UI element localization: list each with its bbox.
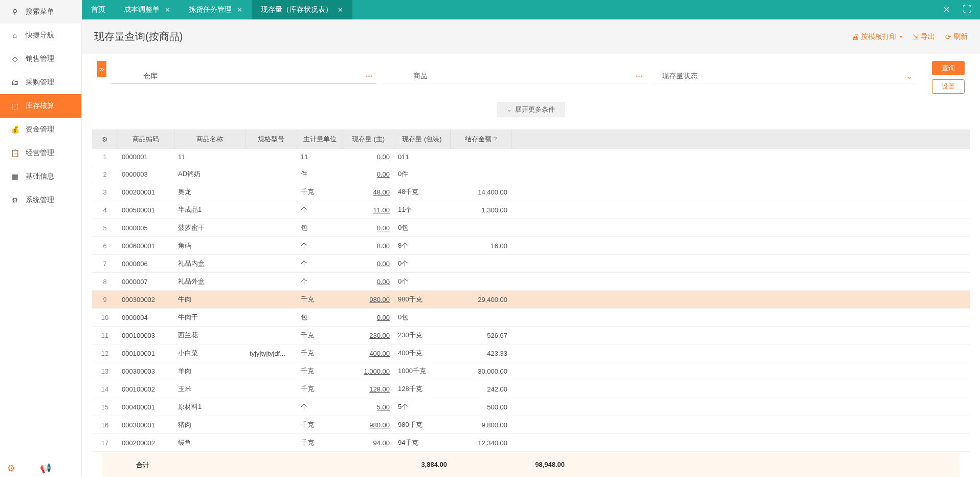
- table-row[interactable]: 16 000300001 猪肉 千克 980.00 980千克 9,800.00: [92, 416, 970, 434]
- table-row[interactable]: 9 000300002 牛肉 千克 980.00 980千克 29,400.00: [92, 291, 970, 309]
- gear-icon: ⚙: [102, 136, 108, 143]
- table-row[interactable]: 5 0000005 菠萝蜜干 包 0.00 0包: [92, 219, 970, 237]
- cell-code: 000400001: [118, 398, 174, 416]
- cell-qty[interactable]: 0.00: [343, 149, 394, 165]
- gear-icon[interactable]: ⚙: [7, 463, 15, 474]
- table-row[interactable]: 8 0000007 礼品外盒 个 0.00 0个: [92, 273, 970, 291]
- cell-qty[interactable]: 0.00: [343, 165, 394, 183]
- sidebar-item-search[interactable]: ⚲搜索菜单: [0, 0, 81, 24]
- fullscreen-icon[interactable]: ⛶: [960, 4, 975, 15]
- system-icon: ⚙: [10, 196, 19, 205]
- cell-qty[interactable]: 128.00: [343, 380, 394, 398]
- table-row[interactable]: 17 000200002 鳗鱼 千克 94.00 94千克 12,340.00: [92, 434, 970, 452]
- sidebar-item-inventory[interactable]: ⬚库存核算: [0, 94, 81, 118]
- sidebar-item-purchase[interactable]: 🗂采购管理: [0, 71, 81, 94]
- message-icon[interactable]: 📢: [40, 463, 51, 474]
- refresh-button[interactable]: ⟳ 刷新: [945, 32, 968, 41]
- table-row[interactable]: 4 000500001 半成品1 个 11.00 11个 1,300.00: [92, 201, 970, 219]
- settings-button[interactable]: 设置: [932, 79, 965, 94]
- cell-qty[interactable]: 5.00: [343, 398, 394, 416]
- cell-qty[interactable]: 980.00: [343, 416, 394, 434]
- cell-qty[interactable]: 400.00: [343, 344, 394, 362]
- print-button[interactable]: 🖨 按模板打印 ▾: [852, 32, 902, 41]
- tab-0[interactable]: 首页: [82, 0, 115, 19]
- product-field[interactable]: 商品 ⋯: [382, 72, 647, 83]
- warehouse-field[interactable]: 仓库 ⋯: [112, 72, 376, 83]
- tab-label: 拣货任务管理: [189, 5, 232, 14]
- status-input[interactable]: [708, 72, 902, 80]
- spec-column[interactable]: 规格型号: [246, 129, 297, 149]
- cell-qty[interactable]: 94.00: [343, 434, 394, 452]
- cell-qty[interactable]: 0.00: [343, 255, 394, 273]
- unit-column[interactable]: 主计量单位: [297, 129, 343, 149]
- chevron-down-icon[interactable]: ⌄: [902, 71, 917, 81]
- close-icon[interactable]: ✕: [165, 6, 170, 14]
- query-button[interactable]: 查询: [932, 61, 965, 75]
- cell-amount: 500.00: [450, 398, 511, 416]
- sidebar-item-basic[interactable]: ▦基础信息: [0, 165, 81, 188]
- cell-qty[interactable]: 0.00: [343, 219, 394, 237]
- table-row[interactable]: 12 000100001 小白菜 tyjyjtyjtyjdf... 千克 400…: [92, 344, 970, 362]
- table-row[interactable]: 3 000200001 奥龙 千克 48.00 48千克 14,400.00: [92, 183, 970, 201]
- product-picker-icon[interactable]: ⋯: [632, 72, 647, 80]
- close-icon[interactable]: ✕: [237, 6, 242, 14]
- cell-unit: 包: [297, 309, 343, 327]
- collapse-filter-button[interactable]: ≫: [97, 61, 106, 77]
- cell-qty[interactable]: 1,000.00: [343, 362, 394, 380]
- cell-code: 000600001: [118, 237, 174, 255]
- cell-code: 0000001: [118, 149, 174, 165]
- table-row[interactable]: 6 000600001 角码 个 8.00 8个 16.00: [92, 237, 970, 255]
- warehouse-picker-icon[interactable]: ⋯: [362, 72, 376, 80]
- cell-pkg: 0件: [394, 165, 450, 183]
- name-column[interactable]: 商品名称: [174, 129, 246, 149]
- row-index: 12: [92, 344, 118, 362]
- cell-spec: [246, 434, 297, 452]
- cell-unit: 千克: [297, 344, 343, 362]
- tab-2[interactable]: 拣货任务管理✕: [180, 0, 252, 19]
- cell-qty[interactable]: 230.00: [343, 327, 394, 344]
- tab-3[interactable]: 现存量（库存状况表）✕: [252, 0, 352, 19]
- table-row[interactable]: 2 0000003 AD钙奶 件 0.00 0件: [92, 165, 970, 183]
- warehouse-input[interactable]: [168, 72, 362, 80]
- row-index: 13: [92, 362, 118, 380]
- cell-qty[interactable]: 11.00: [343, 201, 394, 219]
- status-field[interactable]: 现存量状态 ⌄: [652, 71, 917, 83]
- sidebar-item-business[interactable]: 📋经营管理: [0, 141, 81, 165]
- cell-qty[interactable]: 48.00: [343, 183, 394, 201]
- table-row[interactable]: 7 0000006 礼品内盒 个 0.00 0个: [92, 255, 970, 273]
- row-index: 2: [92, 165, 118, 183]
- code-column[interactable]: 商品编码: [118, 129, 174, 149]
- product-input[interactable]: [438, 72, 632, 80]
- table-row[interactable]: 14 000100002 玉米 千克 128.00 128千克 242.00: [92, 380, 970, 398]
- sidebar-item-sale[interactable]: ◇销售管理: [0, 47, 81, 71]
- table-row[interactable]: 1 0000001 11 11 0.00 011: [92, 149, 970, 165]
- tab-1[interactable]: 成本调整单✕: [115, 0, 180, 19]
- table-row[interactable]: 13 000300003 羊肉 千克 1,000.00 1000千克 30,00…: [92, 362, 970, 380]
- qty-column[interactable]: 现存量 (主): [343, 129, 394, 149]
- amount-column[interactable]: 结存金额 ?: [450, 129, 511, 149]
- pkg-column[interactable]: 现存量 (包装): [394, 129, 450, 149]
- cell-name: 牛肉: [174, 291, 246, 309]
- cell-qty[interactable]: 0.00: [343, 309, 394, 327]
- cell-qty[interactable]: 0.00: [343, 273, 394, 291]
- cell-name: 奥龙: [174, 183, 246, 201]
- cell-qty[interactable]: 8.00: [343, 237, 394, 255]
- settings-column[interactable]: ⚙: [92, 129, 118, 149]
- sidebar-item-fund[interactable]: 💰资金管理: [0, 118, 81, 141]
- cell-qty[interactable]: 980.00: [343, 291, 394, 309]
- cell-amount: 16.00: [450, 237, 511, 255]
- cell-amount: [450, 149, 511, 165]
- close-icon[interactable]: ✕: [338, 6, 343, 14]
- close-all-icon[interactable]: ✕: [940, 4, 953, 15]
- cell-amount: 9,800.00: [450, 416, 511, 434]
- table-row[interactable]: 11 000100003 西兰花 千克 230.00 230千克 526.67: [92, 327, 970, 344]
- table-row[interactable]: 15 000400001 原材料1 个 5.00 5个 500.00: [92, 398, 970, 416]
- home-icon: ⌂: [10, 31, 19, 40]
- expand-conditions-button[interactable]: ⌄ 展开更多条件: [497, 102, 566, 117]
- sidebar-item-system[interactable]: ⚙系统管理: [0, 188, 81, 212]
- sidebar-item-home[interactable]: ⌂快捷导航: [0, 24, 81, 47]
- help-icon[interactable]: ?: [493, 136, 497, 143]
- cell-code: 000100002: [118, 380, 174, 398]
- export-button[interactable]: ⇲ 导出: [912, 32, 935, 41]
- table-row[interactable]: 10 0000004 牛肉干 包 0.00 0包: [92, 309, 970, 327]
